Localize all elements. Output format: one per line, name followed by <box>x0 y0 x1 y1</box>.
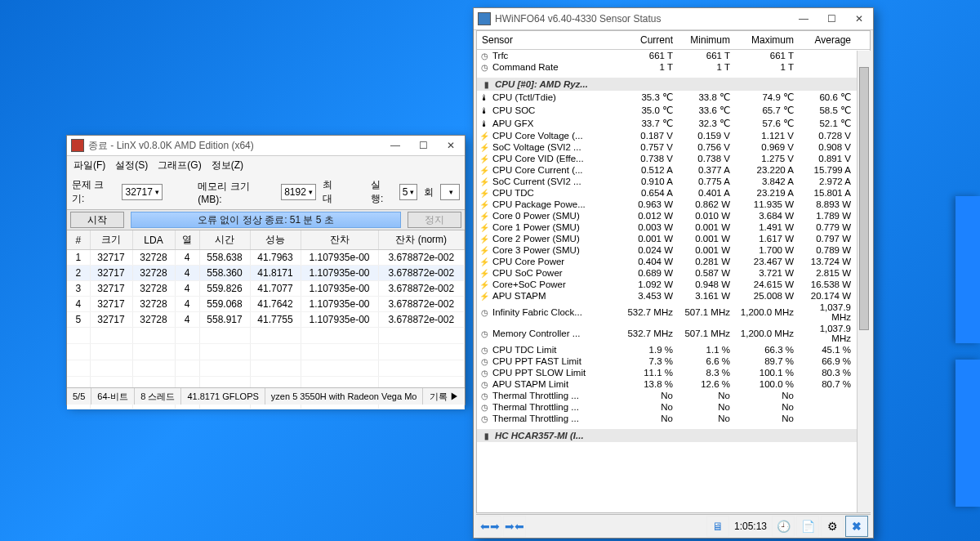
runs-combo[interactable]: 5▾ <box>399 184 418 200</box>
sensor-row[interactable]: CPU PPT SLOW Limit 11.1 % 8.3 % 100.1 % … <box>477 367 870 378</box>
minimize-button[interactable]: — <box>381 136 409 154</box>
all-label[interactable]: 회 <box>424 186 434 199</box>
sensor-row[interactable]: CPU Core Voltage (... 0.187 V 0.159 V 1.… <box>477 130 870 141</box>
sensor-row[interactable]: CPU SoC Power 0.689 W 0.587 W 3.721 W 2.… <box>477 267 870 279</box>
sensor-row[interactable]: Core+SoC Power 1.092 W 0.948 W 24.615 W … <box>477 279 870 290</box>
minimize-button[interactable]: — <box>790 10 817 28</box>
nav-back-icon[interactable]: ⬅➡ <box>479 516 501 537</box>
sensor-row[interactable]: Memory Controller ... 532.7 MHz 507.1 MH… <box>477 323 870 344</box>
sensor-section[interactable]: HC HCAR357-MI (I... <box>477 429 870 442</box>
sensor-row[interactable]: CPU PPT FAST Limit 7.3 % 6.6 % 89.7 % 66… <box>477 355 870 367</box>
desktop-accent-2 <box>956 360 980 507</box>
maximize-button[interactable]: ☐ <box>817 10 845 28</box>
sensor-row[interactable]: CPU Core VID (Effe... 0.738 V 0.738 V 1.… <box>477 153 870 164</box>
hwinfo-footer: ⬅➡ ➡⬅ 🖥 1:05:13 🕘 📄 ⚙ ✖ <box>476 514 871 538</box>
sensor-row[interactable]: CPU Package Powe... 0.963 W 0.862 W 11.9… <box>477 199 870 210</box>
col-header[interactable]: 잔차 <box>301 230 378 250</box>
table-row[interactable]: 432717327284559.06841.76421.107935e-003.… <box>67 297 465 312</box>
memory-label: 메모리 크기 (MB): <box>198 180 274 205</box>
status-gflops: 41.8171 GFLOPS <box>181 388 265 405</box>
linx-menubar: 파일(F) 설정(S) 그래프(G) 정보(Z) <box>67 156 465 175</box>
col-minimum[interactable]: Minimum <box>678 34 735 46</box>
sensor-row[interactable]: Thermal Throttling ... No No No <box>477 390 870 401</box>
col-header[interactable]: 잔차 (norm) <box>378 230 465 250</box>
screens-icon[interactable]: 🖥 <box>706 516 729 537</box>
table-row[interactable]: 532717327284558.91741.77551.107935e-003.… <box>67 312 465 328</box>
sensor-row[interactable]: Core 0 Power (SMU) 0.012 W 0.010 W 3.684… <box>477 210 870 221</box>
scrollbar[interactable] <box>857 51 871 512</box>
chip-icon <box>482 79 492 89</box>
stop-button[interactable]: 정지 <box>408 212 461 228</box>
menu-info[interactable]: 정보(Z) <box>212 159 243 172</box>
sensor-section[interactable]: CPU [#0]: AMD Ryz... <box>477 78 870 91</box>
sensor-row[interactable]: CPU TDC 0.654 A 0.401 A 23.219 A 15.801 … <box>477 187 870 199</box>
clock-icon <box>479 379 489 389</box>
col-maximum[interactable]: Maximum <box>735 34 799 46</box>
maximize-button[interactable]: ☐ <box>409 136 437 154</box>
sensor-row[interactable]: SoC Current (SVI2 ... 0.910 A 0.775 A 3.… <box>477 176 870 187</box>
col-header[interactable]: 시간 <box>199 230 250 250</box>
sensor-row[interactable]: Infinity Fabric Clock... 532.7 MHz 507.1… <box>477 302 870 323</box>
menu-settings[interactable]: 설정(S) <box>115 159 148 172</box>
hwinfo-title: HWiNFO64 v6.40-4330 Sensor Status <box>495 13 790 25</box>
col-current[interactable]: Current <box>621 34 678 46</box>
nav-fwd-icon[interactable]: ➡⬅ <box>503 516 526 537</box>
clock-icon <box>479 62 489 72</box>
sensor-row[interactable]: Core 1 Power (SMU) 0.003 W 0.001 W 1.491… <box>477 221 870 233</box>
sensor-row[interactable]: Core 3 Power (SMU) 0.024 W 0.001 W 1.700… <box>477 244 870 256</box>
col-header[interactable]: # <box>67 230 90 250</box>
table-row[interactable]: 232717327284558.36041.81711.107935e-003.… <box>67 266 465 281</box>
col-header[interactable]: 크기 <box>90 230 132 250</box>
sensor-row[interactable]: CPU Core Current (... 0.512 A 0.377 A 23… <box>477 164 870 176</box>
save-icon[interactable]: 📄 <box>796 516 819 537</box>
close-button[interactable]: ✕ <box>437 136 465 154</box>
clock-icon <box>479 345 489 355</box>
sensor-row[interactable]: Thermal Throttling ... No No No <box>477 401 870 413</box>
runs-label: 실행: <box>371 178 393 206</box>
sensor-row[interactable]: APU STAPM Limit 13.8 % 12.6 % 100.0 % 80… <box>477 378 870 390</box>
temp-icon <box>479 118 489 128</box>
volt-icon <box>479 199 489 209</box>
table-row[interactable]: 132717327284558.63841.79631.107935e-003.… <box>67 250 465 266</box>
extra-combo[interactable]: ▾ <box>440 184 460 200</box>
menu-file[interactable]: 파일(F) <box>74 159 105 172</box>
close-x-icon[interactable]: ✖ <box>845 516 868 537</box>
sensor-row[interactable]: Thermal Throttling ... No No No <box>477 413 870 424</box>
sensor-row[interactable]: SoC Voltage (SVI2 ... 0.757 V 0.756 V 0.… <box>477 141 870 153</box>
sensor-row[interactable]: CPU SOC 35.0 ℃ 33.6 ℃ 65.7 ℃ 58.5 ℃ <box>477 104 870 117</box>
linx-titlebar[interactable]: 종료 - LinX v0.8.0K AMD Edition (x64) — ☐ … <box>67 136 465 156</box>
sensor-row[interactable]: CPU TDC Limit 1.9 % 1.1 % 66.3 % 45.1 % <box>477 344 870 355</box>
table-row <box>67 328 465 344</box>
volt-icon <box>479 188 489 198</box>
col-header[interactable]: 성능 <box>250 230 301 250</box>
hwinfo-window: HWiNFO64 v6.40-4330 Sensor Status — ☐ ✕ … <box>473 7 874 539</box>
status-log[interactable]: 기록 ▶ <box>423 388 465 405</box>
linx-window: 종료 - LinX v0.8.0K AMD Edition (x64) — ☐ … <box>66 135 466 405</box>
sensor-row[interactable]: APU GFX 33.7 ℃ 32.3 ℃ 57.6 ℃ 52.1 ℃ <box>477 117 870 130</box>
table-row[interactable]: 332717327284559.82641.70771.107935e-003.… <box>67 281 465 297</box>
col-header[interactable]: 열 <box>175 230 199 250</box>
clock-icon <box>479 356 489 366</box>
col-sensor[interactable]: Sensor <box>477 34 621 46</box>
menu-graph[interactable]: 그래프(G) <box>158 159 201 172</box>
sensor-row[interactable]: CPU (Tctl/Tdie) 35.3 ℃ 33.8 ℃ 74.9 ℃ 60.… <box>477 91 870 104</box>
scrollbar-thumb[interactable] <box>859 67 869 330</box>
volt-icon <box>479 279 489 289</box>
sensor-row[interactable]: Command Rate 1 T 1 T 1 T <box>477 61 870 73</box>
volt-icon <box>479 131 489 141</box>
problem-size-combo[interactable]: 32717▾ <box>122 184 162 200</box>
settings-icon[interactable]: ⚙ <box>821 516 844 537</box>
max-label[interactable]: 최대 <box>323 178 341 206</box>
memory-combo[interactable]: 8192▾ <box>281 184 316 200</box>
col-average[interactable]: Average <box>799 34 856 46</box>
hwinfo-columns[interactable]: Sensor Current Minimum Maximum Average <box>477 31 870 50</box>
sensor-row[interactable]: Core 2 Power (SMU) 0.001 W 0.001 W 1.617… <box>477 233 870 244</box>
col-header[interactable]: LDA <box>132 230 175 250</box>
close-button[interactable]: ✕ <box>845 10 873 28</box>
sensor-row[interactable]: CPU Core Power 0.404 W 0.281 W 23.467 W … <box>477 256 870 267</box>
start-button[interactable]: 시작 <box>70 212 124 228</box>
clock-icon[interactable]: 🕘 <box>772 516 795 537</box>
hwinfo-titlebar[interactable]: HWiNFO64 v6.40-4330 Sensor Status — ☐ ✕ <box>474 8 873 30</box>
sensor-row[interactable]: Trfc 661 T 661 T 661 T <box>477 50 870 61</box>
sensor-row[interactable]: APU STAPM 3.453 W 3.161 W 25.008 W 20.17… <box>477 290 870 302</box>
